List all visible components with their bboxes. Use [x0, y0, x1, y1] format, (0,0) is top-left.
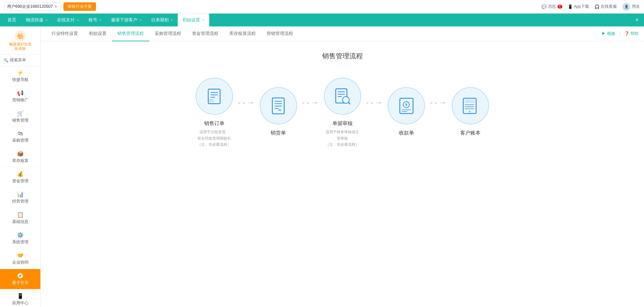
sidebar-item-appcenter[interactable]: 📱 应用中心 [0, 289, 40, 307]
sidebar-item-operations-label: 经营管理 [12, 199, 28, 204]
guide-icon: 🧭 [17, 272, 24, 279]
nav-tab-period-close[interactable]: × [171, 18, 173, 22]
logo-version: 标准版 [9, 46, 32, 51]
sidebar-item-marketing[interactable]: 📢 营销推广 [0, 86, 40, 107]
sidebar-item-collab[interactable]: 🤝 企业协同 [0, 249, 40, 269]
subtab-initial-label: 初始设置 [89, 31, 106, 36]
sidebar-search-item[interactable]: 🔍 搜索菜单 [0, 55, 40, 66]
main-layout: 畅 畅捷通好生意 标准版 🔍 搜索菜单 ⚡ 快捷导航 📢 营销推广 🛒 销售管理… [0, 26, 644, 307]
subtab-sales-flow[interactable]: 销售管理流程 [112, 26, 149, 41]
subtab-inventory-flow[interactable]: 库存核算流程 [224, 26, 261, 41]
receipt-icon: ¥ [397, 97, 416, 115]
user-label: 用户690企业1660120507 [7, 4, 53, 9]
help-link[interactable]: ❓ 帮助 [624, 31, 639, 37]
collab-icon: 🤝 [17, 252, 24, 259]
nav-tab-payment-close[interactable]: × [77, 18, 79, 22]
step-name-sales-invoice: 销货单 [271, 130, 286, 136]
svg-text:畅: 畅 [17, 33, 23, 40]
step-circle-receipt[interactable]: ¥ [388, 87, 425, 124]
step-name-doc-review: 单据审核 [332, 120, 353, 127]
trial-button[interactable]: 体验行业方案 [63, 2, 96, 11]
sidebar-item-purchase[interactable]: 🛍 采购管理 [0, 127, 40, 147]
sidebar-item-operations[interactable]: 📊 经营管理 [0, 188, 40, 208]
customer-ledger-icon: ¥ [461, 97, 480, 115]
svg-line-17 [348, 102, 350, 104]
nav-tab-invite[interactable]: 邀请下游客户 × [106, 14, 146, 26]
nav-tab-payment[interactable]: 在线支付 × [52, 14, 83, 26]
sidebar-item-guide[interactable]: 🧭 新手引导 [0, 269, 40, 289]
top-bar-right: 💬 消息 6 📱 App下载 🎧 在线客服 👤 用友 [542, 3, 640, 11]
operations-icon: 📊 [17, 191, 24, 198]
svg-text:¥: ¥ [468, 110, 471, 113]
nav-tab-home[interactable]: 首页 [3, 14, 21, 26]
sidebar-item-inventory[interactable]: 📦 库存核算 [0, 147, 40, 167]
nav-tab-account-close[interactable]: × [99, 18, 101, 22]
step-desc-sales-order: 适用于分批发货、有合同发货周期较长（注：非必要流程） [197, 129, 231, 148]
subtab-initial[interactable]: 初始设置 [83, 26, 112, 41]
main-content: 行业特性设置 初始设置 销售管理流程 采购管理流程 资金管理流程 库存核算流程 … [41, 26, 644, 307]
avatar: 👤 [622, 3, 630, 11]
subtab-purchase-flow[interactable]: 采购管理流程 [149, 26, 187, 41]
video-label: 视频 [607, 31, 615, 36]
flow-step-sales-order: 销售订单 适用于分批发货、有合同发货周期较长（注：非必要流程） [187, 78, 241, 148]
nav-tab-account[interactable]: 账号 × [84, 14, 106, 26]
sidebar-item-system-label: 系统管理 [12, 239, 28, 245]
subtab-industry[interactable]: 行业特性设置 [46, 26, 83, 41]
sidebar-item-sales[interactable]: 🛒 销售管理 [0, 107, 40, 127]
step-circle-doc-review[interactable] [324, 78, 361, 115]
online-service-item[interactable]: 🎧 在线客服 [594, 4, 617, 9]
sales-order-icon [205, 87, 223, 106]
flow-step-doc-review: 单据审核 适用于财务审核或主管审核（注：非必要流程） [315, 78, 370, 148]
step-desc-doc-review: 适用于财务审核或主管审核（注：非必要流程） [326, 129, 359, 148]
step-name-sales-order: 销售订单 [204, 120, 225, 127]
sidebar-item-system[interactable]: ⚙️ 系统管理 [0, 228, 40, 249]
nav-tab-period[interactable]: 往来期初 × [147, 14, 178, 26]
subtab-finance-flow[interactable]: 资金管理流程 [187, 26, 224, 41]
user-selector[interactable]: 用户690企业1660120507 ▼ [4, 2, 61, 11]
subtab-marketing-flow-label: 营销管理流程 [267, 31, 293, 36]
inventory-icon: 📦 [17, 150, 24, 157]
sidebar-item-finance[interactable]: 💰 资金管理 [0, 167, 40, 188]
marketing-icon: 📢 [17, 90, 24, 96]
nav-tab-logistics-close[interactable]: × [45, 18, 47, 22]
nav-close-all-button[interactable]: × [633, 17, 641, 23]
message-label: 消息 [548, 4, 556, 9]
sidebar-item-guide-label: 新手引导 [12, 280, 28, 286]
sidebar-item-inventory-label: 库存核算 [12, 158, 28, 164]
nav-tab-invite-close[interactable]: × [139, 18, 141, 22]
divider: | [619, 32, 620, 36]
nav-tabs: 首页 物流快递 × 在线支付 × 账号 × 邀请下游客户 × 往来期初 × 初始… [0, 14, 644, 26]
step-name-receipt: 收款单 [399, 130, 414, 136]
sidebar-item-basicinfo[interactable]: 📋 基础信息 [0, 208, 40, 228]
video-link[interactable]: ▶ 视频 [602, 31, 615, 37]
message-icon-item[interactable]: 💬 消息 6 [542, 4, 562, 9]
message-badge: 6 [558, 5, 562, 8]
logo-title: 畅捷通好生意 [9, 42, 32, 46]
sidebar-item-quicknav[interactable]: ⚡ 快捷导航 [0, 66, 40, 86]
nav-tab-logistics[interactable]: 物流快递 × [21, 14, 52, 26]
basicinfo-icon: 📋 [17, 211, 24, 218]
subtab-purchase-flow-label: 采购管理流程 [155, 31, 181, 36]
nav-tab-account-label: 账号 [89, 17, 97, 23]
subtab-marketing-flow[interactable]: 营销管理流程 [261, 26, 298, 41]
app-download-item[interactable]: 📱 App下载 [568, 4, 589, 9]
video-icon: ▶ [602, 31, 606, 36]
step-circle-sales-order[interactable] [196, 78, 233, 115]
nav-tab-invite-label: 邀请下游客户 [111, 17, 137, 23]
sidebar-item-basicinfo-label: 基础信息 [12, 219, 28, 225]
step-circle-sales-invoice[interactable] [260, 87, 297, 124]
step-circle-customer-ledger[interactable]: ¥ [452, 87, 489, 124]
nav-tab-logistics-label: 物流快递 [26, 17, 43, 23]
headset-icon: 🎧 [594, 4, 600, 9]
help-label: 帮助 [630, 31, 639, 36]
user-avatar-area[interactable]: 👤 用友 [622, 3, 640, 11]
message-icon: 💬 [542, 4, 547, 9]
nav-tab-setup-close[interactable]: × [202, 18, 204, 22]
subtab-sales-flow-label: 销售管理流程 [117, 31, 144, 36]
system-icon: ⚙️ [17, 232, 24, 238]
flash-icon: ⚡ [17, 69, 24, 76]
sidebar-item-quicknav-label: 快捷导航 [12, 77, 28, 83]
nav-tab-setup[interactable]: 初始设置 × [178, 14, 209, 26]
purchase-icon: 🛍 [18, 130, 23, 137]
sidebar-item-purchase-label: 采购管理 [12, 138, 28, 143]
